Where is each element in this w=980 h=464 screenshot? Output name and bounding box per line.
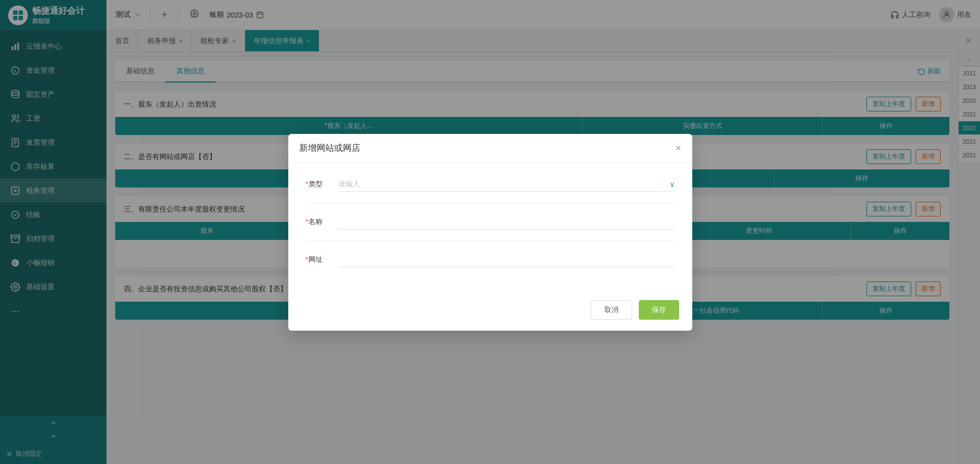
form-item-url: *网址 <box>306 252 675 267</box>
name-label-text: 名称 <box>308 218 323 226</box>
modal-header: 新增网站或网店 × <box>288 134 692 163</box>
cancel-btn[interactable]: 取消 <box>591 300 632 320</box>
name-input[interactable] <box>338 214 675 230</box>
name-input-wrap <box>338 214 675 230</box>
form-label-url: *网址 <box>306 255 338 265</box>
url-input-wrap <box>338 252 675 267</box>
type-input[interactable] <box>338 177 675 192</box>
url-label-text: 网址 <box>308 255 323 263</box>
form-divider-1 <box>306 203 675 203</box>
form-label-type: *类型 <box>306 179 338 189</box>
modal-footer: 取消 保存 <box>288 291 692 331</box>
modal-overlay[interactable]: 新增网站或网店 × *类型 ∨ *名称 <box>0 0 980 464</box>
save-btn[interactable]: 保存 <box>639 300 679 320</box>
form-item-name: *名称 <box>306 214 675 230</box>
form-item-type: *类型 ∨ <box>306 177 675 192</box>
modal-body: *类型 ∨ *名称 *网址 <box>288 163 692 291</box>
type-input-wrap: ∨ <box>338 177 675 192</box>
url-input[interactable] <box>338 252 675 267</box>
modal-add-website: 新增网站或网店 × *类型 ∨ *名称 <box>288 134 692 331</box>
modal-title: 新增网站或网店 <box>299 143 360 154</box>
form-divider-2 <box>306 240 675 241</box>
modal-close-btn[interactable]: × <box>675 143 681 154</box>
type-label-text: 类型 <box>308 180 323 188</box>
form-label-name: *名称 <box>306 217 338 227</box>
